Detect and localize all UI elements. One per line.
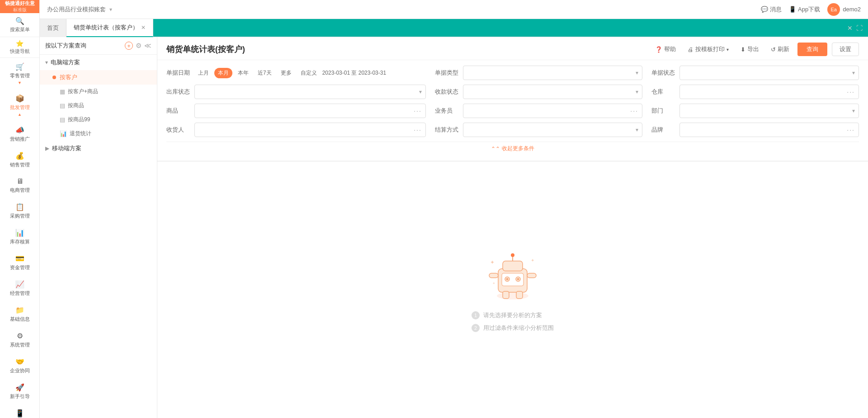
- svg-text:✦: ✦: [531, 258, 534, 263]
- date-tab-last7[interactable]: 近7天: [254, 68, 275, 78]
- logo: 畅捷通好生意 标准版: [0, 0, 39, 13]
- scheme-item-by-product[interactable]: ▤ 按商品: [40, 99, 157, 113]
- refresh-label: 刷新: [778, 45, 789, 53]
- sidebar-item-marketing[interactable]: 📣 营销推广: [0, 121, 39, 147]
- date-tab-this-month[interactable]: 本月: [214, 68, 232, 78]
- retail-arrow: ▼: [18, 81, 22, 85]
- top-bar-left: 办公用品行业模拟账套 ▾: [47, 5, 112, 14]
- sidebar-item-basic[interactable]: 📁 基础信息: [0, 301, 39, 327]
- maximize-icon[interactable]: ⛶: [856, 24, 863, 32]
- sidebar-item-quick-nav[interactable]: ⭐ 快捷导航: [0, 37, 39, 58]
- sidebar-item-appcenter[interactable]: 📱 应用中心: [0, 404, 39, 418]
- close-window-icon[interactable]: ✕: [847, 24, 853, 32]
- app-download-btn[interactable]: 📱 App下载: [789, 5, 820, 14]
- export-btn[interactable]: ⬇ 导出: [737, 43, 763, 55]
- logo-text: 畅捷通好生意: [5, 0, 35, 7]
- scheme-group-mobile-header[interactable]: ▶ 移动端方案: [40, 141, 157, 156]
- sidebar-item-enterprise[interactable]: 🤝 企业协同: [0, 353, 39, 379]
- brand-control[interactable]: ···: [679, 123, 859, 137]
- empty-tips: 1 请先选择要分析的方案 2 用过滤条件来缩小分析范围: [472, 311, 554, 332]
- scheme-panel-header: 按以下方案查询 + ⚙ ≪: [40, 37, 157, 55]
- top-bar-right: 💬 消息 📱 App下载 Ea demo2: [761, 3, 861, 16]
- doc-type-control[interactable]: ▾: [463, 66, 642, 80]
- sidebar-inventory-label: 库存核算: [10, 238, 30, 245]
- scheme-panel: 按以下方案查询 + ⚙ ≪ ▾ 电脑端方案 按客户: [40, 37, 157, 418]
- refresh-btn[interactable]: ↺ 刷新: [767, 43, 793, 55]
- chart-icon-1: ▦: [60, 88, 65, 95]
- query-button[interactable]: 查询: [797, 43, 827, 56]
- sidebar-system-label: 系统管理: [10, 342, 30, 348]
- sidebar-item-search[interactable]: 🔍 搜索菜单: [0, 13, 39, 37]
- messages-btn[interactable]: 💬 消息: [761, 5, 782, 14]
- scheme-item-by-customer-product[interactable]: ▦ 按客户+商品: [40, 85, 157, 99]
- collapse-label: 收起更多条件: [502, 145, 534, 152]
- collapse-bar[interactable]: ⌃⌃ 收起更多条件: [166, 142, 859, 155]
- newbie-icon: 🚀: [15, 383, 24, 392]
- filter-out-status-item: 出库状态 ▾: [166, 85, 426, 99]
- user-area[interactable]: Ea demo2: [827, 3, 861, 16]
- date-tab-this-year[interactable]: 本年: [234, 68, 252, 78]
- account-dropdown-icon[interactable]: ▾: [109, 6, 112, 13]
- recipient-control[interactable]: ···: [194, 123, 426, 137]
- date-tabs-group: 上月 本月 本年 近7天 更多 自定义 2023-03-01 至 2023-03…: [194, 68, 426, 78]
- filter-date-item: 单据日期 上月 本月 本年 近7天 更多 自定义 2023-03-01 至 20…: [166, 68, 426, 78]
- sidebar-item-ecommerce[interactable]: 🖥 电商管理: [0, 173, 39, 198]
- sidebar-sales-label: 销售管理: [10, 162, 30, 168]
- sidebar-item-purchase[interactable]: 📋 采购管理: [0, 198, 39, 224]
- messages-label: 消息: [770, 5, 782, 14]
- sidebar-item-wholesale[interactable]: 📦 批发管理 ▲: [0, 90, 39, 121]
- scheme-item-return-stat[interactable]: 📊 退货统计: [40, 127, 157, 141]
- filter-doc-status-item: 单据状态 ▾: [651, 66, 859, 80]
- sidebar-item-sales[interactable]: 💰 销售管理: [0, 147, 39, 173]
- logo-sub: 标准版: [13, 7, 27, 13]
- sidebar-item-operation[interactable]: 📈 经营管理: [0, 276, 39, 301]
- warehouse-control[interactable]: ···: [679, 85, 859, 99]
- date-tab-last-month[interactable]: 上月: [194, 68, 212, 78]
- chart-icon-4: 📊: [60, 130, 67, 137]
- page-header: 销货单统计表(按客户) ❓ 帮助 🖨 按模板打印 ▾ ⬇ 导出: [157, 37, 868, 60]
- out-status-control[interactable]: ▾: [194, 85, 426, 99]
- add-scheme-icon[interactable]: +: [125, 42, 133, 50]
- staff-control[interactable]: ···: [463, 104, 642, 118]
- tab-home[interactable]: 首页: [40, 19, 66, 37]
- product-label: 商品: [166, 107, 192, 115]
- help-btn[interactable]: ❓ 帮助: [651, 43, 679, 55]
- scheme-item-by-customer[interactable]: 按客户: [40, 70, 157, 85]
- collapse-up-icon: ⌃⌃: [491, 146, 500, 152]
- sidebar-item-retail[interactable]: 🛒 零售管理 ▼: [0, 58, 39, 90]
- empty-tip-2: 2 用过滤条件来缩小分析范围: [472, 324, 554, 332]
- template-print-btn[interactable]: 🖨 按模板打印 ▾: [684, 43, 732, 55]
- tip-num-2: 2: [472, 324, 480, 332]
- sidebar-enterprise-label: 企业协同: [10, 367, 30, 374]
- scheme-item-by-product99[interactable]: ▤ 按商品99: [40, 113, 157, 127]
- sidebar-item-inventory[interactable]: 📊 库存核算: [0, 224, 39, 250]
- brand-label: 品牌: [651, 126, 677, 134]
- scheme-by-product-label: 按商品: [68, 102, 84, 109]
- sidebar-item-finance[interactable]: 💳 资金管理: [0, 250, 39, 276]
- mobile-group-label: 移动端方案: [52, 144, 81, 152]
- settings-button[interactable]: 设置: [832, 43, 859, 56]
- collection-status-control[interactable]: ▾: [463, 85, 642, 99]
- settings-scheme-icon[interactable]: ⚙: [136, 42, 142, 50]
- svg-rect-12: [503, 291, 509, 299]
- sales-icon: 💰: [15, 152, 24, 160]
- scheme-panel-title: 按以下方案查询: [45, 42, 86, 50]
- scheme-group-desktop-header[interactable]: ▾ 电脑端方案: [40, 55, 157, 70]
- product-control[interactable]: ···: [194, 104, 426, 118]
- scheme-group-desktop: ▾ 电脑端方案 按客户 ▦ 按客户+商品 ▤ 按商品: [40, 55, 157, 141]
- brand-dots-icon: ···: [847, 126, 855, 133]
- svg-text:✦: ✦: [490, 259, 495, 266]
- tab-sales-stat[interactable]: 销货单统计表（按客户） ✕: [66, 19, 153, 37]
- department-control[interactable]: ▾: [679, 104, 859, 118]
- collapse-scheme-icon[interactable]: ≪: [144, 42, 151, 50]
- tab-close-icon[interactable]: ✕: [141, 24, 146, 31]
- sidebar-item-system[interactable]: ⚙ 系统管理: [0, 327, 39, 353]
- doc-status-control[interactable]: ▾: [679, 66, 859, 80]
- sidebar-item-newbie[interactable]: 🚀 新手引导: [0, 379, 39, 404]
- settlement-control[interactable]: ▾: [463, 123, 642, 137]
- tab-bar: 首页 销货单统计表（按客户） ✕ ✕ ⛶: [40, 19, 868, 37]
- svg-rect-7: [503, 261, 523, 271]
- date-tab-custom[interactable]: 自定义: [297, 68, 321, 78]
- sidebar-newbie-label: 新手引导: [10, 393, 30, 400]
- date-tab-more[interactable]: 更多: [277, 68, 295, 78]
